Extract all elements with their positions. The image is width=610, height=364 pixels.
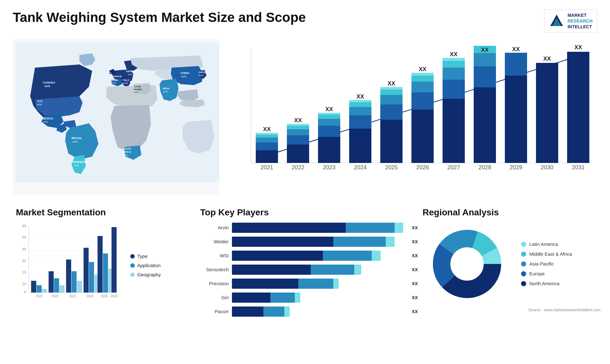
source-text: Source : www.marketresearchintellect.com bbox=[423, 308, 600, 312]
regional-title: Regional Analysis bbox=[423, 207, 600, 218]
bar-2026-seg3 bbox=[411, 82, 434, 92]
svg-rect-31 bbox=[77, 281, 82, 293]
player-sensotech-name: Sensotech bbox=[200, 267, 229, 272]
argentina-label: ARGENTINA bbox=[71, 160, 89, 164]
bar-2021-seg4 bbox=[256, 135, 278, 138]
svg-text:2022: 2022 bbox=[51, 294, 59, 298]
italy-value: xx% bbox=[123, 82, 128, 84]
map-section: CANADA xx% U.S. xx% MEXICO xx% BRAZIL xx… bbox=[13, 39, 219, 195]
segmentation-section: Market Segmentation 60 50 40 30 20 10 0 bbox=[13, 204, 187, 324]
svg-text:2021: 2021 bbox=[36, 294, 43, 298]
bar-2021-seg1 bbox=[256, 150, 278, 163]
year-2031: 2031 bbox=[572, 164, 585, 171]
player-sensotech-bar: XX bbox=[232, 265, 407, 275]
south-africa-label: SOUTH bbox=[122, 147, 131, 150]
svg-rect-41 bbox=[112, 227, 117, 293]
val-2021: XX bbox=[263, 126, 271, 132]
seg-geo-dot bbox=[130, 273, 135, 277]
bar-seg2 bbox=[270, 293, 295, 303]
players-bars: Arvin XX Weider bbox=[200, 223, 407, 317]
bar-2028-seg2 bbox=[474, 66, 496, 87]
val-2026: XX bbox=[419, 66, 426, 72]
bar-2023-seg1 bbox=[318, 137, 340, 163]
mexico-value: xx% bbox=[43, 120, 48, 123]
svg-rect-30 bbox=[71, 271, 77, 293]
legend-europe: Europe bbox=[521, 271, 572, 276]
player-sensotech-value: XX bbox=[412, 267, 418, 272]
svg-rect-26 bbox=[54, 278, 59, 293]
bar-2026-seg5 bbox=[411, 73, 434, 76]
legend-asia-label: Asia Pacific bbox=[529, 261, 554, 266]
germany-label: GERMANY bbox=[126, 70, 139, 73]
germany-value: xx% bbox=[128, 73, 132, 76]
bar-seg3 bbox=[333, 279, 339, 289]
legend-middle-east-label: Middle East & Africa bbox=[529, 251, 572, 257]
legend-north-america-dot bbox=[521, 281, 526, 286]
japan-value: xx% bbox=[199, 74, 203, 77]
player-arvin: Arvin XX bbox=[200, 223, 407, 233]
svg-text:2025: 2025 bbox=[101, 294, 108, 298]
svg-rect-29 bbox=[66, 260, 71, 293]
seg-type-dot bbox=[130, 254, 135, 259]
key-players-title: Top Key Players bbox=[200, 207, 407, 218]
india-label: INDIA bbox=[163, 87, 170, 90]
forecast-chart-section: 2021 XX 2022 XX 2023 XX 2024 bbox=[226, 39, 604, 195]
val-2027: XX bbox=[450, 51, 458, 57]
svg-rect-23 bbox=[42, 289, 47, 293]
player-giri: Giri XX bbox=[200, 293, 407, 303]
bar-2023-seg4 bbox=[318, 115, 340, 119]
segmentation-svg: 60 50 40 30 20 10 0 bbox=[16, 223, 124, 308]
svg-rect-22 bbox=[37, 285, 42, 293]
bar-2025-seg5 bbox=[380, 87, 403, 90]
year-2026: 2026 bbox=[416, 164, 429, 171]
brazil-value: xx% bbox=[72, 140, 78, 143]
bar-2024-seg5 bbox=[349, 100, 371, 102]
brazil-label: BRAZIL bbox=[71, 137, 82, 140]
bar-seg3 bbox=[372, 251, 381, 261]
player-pacorr-bar: XX bbox=[232, 307, 407, 317]
bar-seg3 bbox=[386, 237, 395, 247]
svg-text:10: 10 bbox=[22, 282, 26, 286]
legend-latin-america-label: Latin America bbox=[529, 241, 558, 247]
bar-2023-seg3 bbox=[318, 119, 340, 126]
uk-value: xx% bbox=[107, 71, 112, 74]
bar-2030-seg1 bbox=[536, 63, 558, 163]
india-value: xx% bbox=[163, 90, 168, 93]
player-wsi: WSI XX bbox=[200, 251, 407, 261]
svg-rect-21 bbox=[31, 281, 36, 293]
svg-text:60: 60 bbox=[22, 224, 26, 228]
player-giri-value: XX bbox=[412, 295, 418, 300]
bar-2025-seg4 bbox=[380, 90, 403, 95]
player-wsi-name: WSI bbox=[200, 253, 229, 258]
bar-seg2 bbox=[333, 237, 386, 247]
bar-2026-seg1 bbox=[411, 110, 434, 163]
player-pacorr-value: XX bbox=[412, 309, 418, 314]
year-2023: 2023 bbox=[323, 164, 336, 171]
bar-seg3 bbox=[354, 265, 361, 275]
bar-seg1 bbox=[232, 293, 270, 303]
player-arvin-name: Arvin bbox=[200, 225, 229, 230]
uk-label: U.K. bbox=[106, 68, 112, 71]
segmentation-title: Market Segmentation bbox=[16, 207, 184, 218]
legend-north-america: North America bbox=[521, 281, 572, 286]
bar-seg2 bbox=[263, 307, 284, 317]
key-players-section: Top Key Players Arvin XX bbox=[197, 204, 410, 324]
spain-label: SPAIN bbox=[111, 79, 118, 82]
svg-text:2023: 2023 bbox=[69, 294, 76, 298]
player-pacorr: Pacorr XX bbox=[200, 307, 407, 317]
segmentation-chart-wrap: 60 50 40 30 20 10 0 bbox=[16, 223, 184, 308]
bar-2025-seg2 bbox=[380, 104, 403, 120]
svg-rect-38 bbox=[103, 253, 108, 293]
player-giri-name: Giri bbox=[200, 295, 229, 300]
mexico-label: MEXICO bbox=[42, 117, 53, 120]
bar-2027-seg5 bbox=[443, 58, 465, 61]
year-2029: 2029 bbox=[510, 164, 522, 171]
bar-2021-seg3 bbox=[256, 138, 278, 143]
saudi-value: xx% bbox=[134, 91, 138, 93]
bar-2025-seg3 bbox=[380, 95, 403, 104]
canada-value: xx% bbox=[44, 84, 50, 88]
bar-2025-seg1 bbox=[380, 120, 403, 163]
player-wsi-value: XX bbox=[412, 253, 418, 258]
svg-text:2024: 2024 bbox=[86, 294, 94, 298]
us-value: xx% bbox=[37, 103, 42, 106]
